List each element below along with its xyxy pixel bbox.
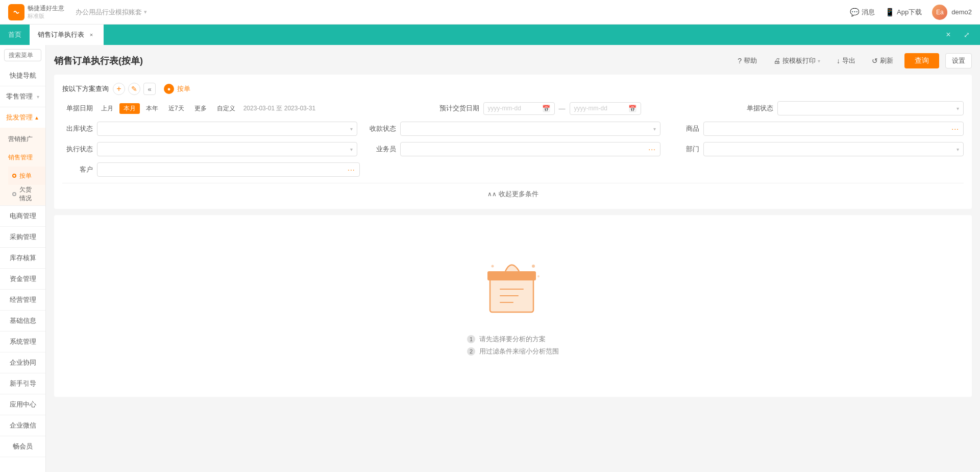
sidebar-item-finance[interactable]: 资金管理 [0, 269, 45, 289]
salesman-dots: ··· [648, 145, 656, 153]
date-tab-this-month[interactable]: 本月 [119, 103, 140, 114]
status-select[interactable]: ▾ [777, 101, 964, 115]
empty-text-1: 请先选择要分析的方案 [479, 335, 546, 344]
expected-date-to[interactable]: yyyy-mm-dd 📅 [570, 102, 641, 115]
sidebar-item-coop[interactable]: 企业协同 [0, 352, 45, 373]
page-container: 销售订单执行表(按单) ? 帮助 🖨 按模板打印 ▾ ↓ 导出 ↺ 刷新 [46, 45, 980, 472]
sidebar-section-shortcut: 快捷导航 [0, 65, 45, 86]
goods-select[interactable]: ··· [703, 122, 964, 136]
sidebar-section-inventory: 库存核算 [0, 248, 45, 269]
customer-dots: ··· [348, 166, 355, 174]
sidebar-sub-items: 按单 欠货情况 [0, 167, 45, 203]
sidebar-item-shortcut[interactable]: 快捷导航 [0, 65, 45, 86]
empty-line-1: 1 请先选择要分析的方案 [467, 335, 559, 344]
filter-status-field: 单据状态 ▾ [743, 101, 964, 115]
date-tab-7days[interactable]: 近7天 [164, 103, 188, 114]
user-avatar: Ea [932, 5, 947, 20]
calendar-from-icon: 📅 [542, 105, 550, 112]
dept-select[interactable]: ▾ [703, 142, 964, 156]
logo-text-area: 畅捷通好生意 标准版 [28, 5, 64, 20]
dot-icon [12, 192, 16, 196]
print-btn[interactable]: 🖨 按模板打印 ▾ [768, 54, 825, 68]
sidebar-item-retail[interactable]: 零售管理 ▾ [0, 86, 45, 107]
scheme-item[interactable]: ● 按单 [164, 84, 190, 94]
date-from-placeholder: yyyy-mm-dd [488, 105, 521, 112]
sidebar-item-ops[interactable]: 经营管理 [0, 290, 45, 310]
date-separator: — [557, 105, 568, 112]
sidebar-sub-item-backorder[interactable]: 欠货情况 [8, 185, 45, 203]
sidebar-wholesale-expanded: 营销推广 销售管理 按单 欠货情况 [0, 128, 45, 205]
filter-card: 按以下方案查询 + ✎ « ● 按单 单据日期 上月 [54, 75, 972, 209]
collect-label: 收款状态 [365, 124, 396, 133]
sidebar-item-apps[interactable]: 应用中心 [0, 394, 45, 415]
edit-scheme-btn[interactable]: ✎ [128, 83, 140, 95]
collapse-more-btn[interactable]: ∧∧ 收起更多条件 [481, 187, 545, 201]
status-label: 单据状态 [743, 104, 773, 113]
empty-line-2: 2 用过滤条件来缩小分析范围 [467, 347, 559, 356]
collect-select[interactable]: ▾ [400, 122, 660, 136]
exec-select[interactable]: ▾ [97, 142, 357, 156]
tab-close-btn[interactable]: × [87, 31, 95, 39]
delivery-select[interactable]: ▾ [97, 122, 357, 136]
date-tab-custom[interactable]: 自定义 [213, 103, 239, 114]
date-tab-this-year[interactable]: 本年 [142, 103, 162, 114]
help-btn[interactable]: ? 帮助 [732, 54, 762, 68]
filter-row-2: 出库状态 ▾ 收款状态 ▾ 商品 [62, 122, 964, 136]
salesman-select[interactable]: ··· [400, 142, 660, 156]
empty-num-2: 2 [467, 347, 475, 356]
delivery-label: 出库状态 [62, 124, 93, 133]
filter-salesman-field: 业务员 ··· [365, 142, 660, 156]
message-btn[interactable]: 💬 消息 [850, 8, 875, 17]
sidebar-item-basic[interactable]: 基础信息 [0, 311, 45, 331]
tab-home[interactable]: 首页 [0, 25, 30, 45]
customer-select[interactable]: ··· [97, 162, 360, 177]
empty-lines: 1 请先选择要分析的方案 2 用过滤条件来缩小分析范围 [467, 335, 559, 356]
collapse-sidebar-btn[interactable]: « [143, 83, 156, 95]
filter-exec-field: 执行状态 ▾ [62, 142, 357, 156]
sidebar-item-sales[interactable]: 销售管理 [0, 148, 45, 167]
sidebar-item-ecom[interactable]: 电商管理 [0, 206, 45, 226]
empty-illustration [477, 256, 549, 322]
user-area[interactable]: Ea demo2 [932, 5, 972, 20]
sidebar-sub-item-by-order[interactable]: 按单 [8, 167, 45, 185]
date-tab-more[interactable]: 更多 [190, 103, 211, 114]
sidebar-item-marketing[interactable]: 营销推广 [0, 130, 45, 148]
filter-expected-date-field: 预计交货日期 yyyy-mm-dd 📅 — yyyy-mm-dd 📅 [439, 102, 734, 115]
filter-toolbar-actions: + ✎ « [113, 83, 156, 95]
sidebar-item-wechat[interactable]: 企业微信 [0, 415, 45, 436]
search-input[interactable] [4, 49, 41, 61]
sidebar-item-system[interactable]: 系统管理 [0, 332, 45, 352]
sidebar-item-wholesale[interactable]: 批发管理 ▲ [0, 107, 45, 128]
page-actions: ? 帮助 🖨 按模板打印 ▾ ↓ 导出 ↺ 刷新 查询 设置 [732, 53, 972, 68]
current-app-title[interactable]: 办公用品行业模拟账套 ▾ [76, 8, 147, 17]
sidebar-section-apps: 应用中心 [0, 394, 45, 415]
expected-date-label: 预计交货日期 [439, 104, 479, 113]
sidebar-item-inventory[interactable]: 库存核算 [0, 248, 45, 268]
app-name: 畅捷通好生意 [28, 5, 64, 13]
expected-date-from[interactable]: yyyy-mm-dd 📅 [483, 102, 555, 115]
logo-icon [8, 4, 24, 20]
dept-label: 部门 [669, 145, 699, 154]
query-btn[interactable]: 查询 [904, 53, 939, 68]
add-scheme-btn[interactable]: + [113, 83, 125, 95]
filter-customer-field: 客户 ··· [62, 162, 360, 177]
header-left: 畅捷通好生意 标准版 办公用品行业模拟账套 ▾ [8, 4, 147, 20]
refresh-btn[interactable]: ↺ 刷新 [867, 54, 898, 68]
main-content: 销售订单执行表(按单) ? 帮助 🖨 按模板打印 ▾ ↓ 导出 ↺ 刷新 [46, 45, 980, 472]
salesman-label: 业务员 [365, 145, 396, 154]
svg-rect-2 [487, 271, 536, 280]
empty-svg [477, 256, 549, 322]
tab-active[interactable]: 销售订单执行表 × [30, 25, 104, 45]
sidebar-item-newbie[interactable]: 新手引导 [0, 373, 45, 394]
date-tab-last-month[interactable]: 上月 [97, 103, 117, 114]
sidebar-item-purchase[interactable]: 采购管理 [0, 227, 45, 247]
sidebar-section-wechat: 企业微信 [0, 415, 45, 436]
sidebar-item-member[interactable]: 畅会员 [0, 436, 45, 457]
tab-close-window-btn[interactable]: × [941, 28, 955, 42]
app-download-btn[interactable]: 📱 App下载 [885, 8, 922, 17]
export-btn[interactable]: ↓ 导出 [831, 54, 861, 68]
tab-expand-btn[interactable]: ⤢ [960, 28, 974, 42]
collapse-row: ∧∧ 收起更多条件 [62, 183, 964, 201]
filter-toolbar: 按以下方案查询 + ✎ « ● 按单 [62, 83, 964, 95]
settings-btn[interactable]: 设置 [945, 53, 972, 68]
